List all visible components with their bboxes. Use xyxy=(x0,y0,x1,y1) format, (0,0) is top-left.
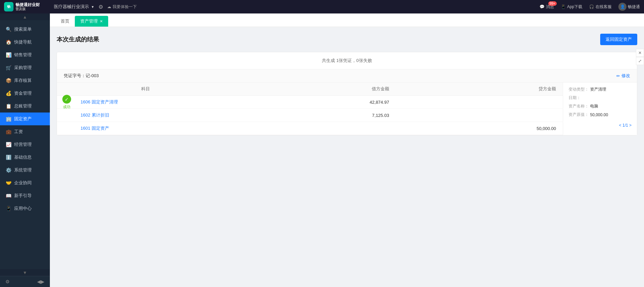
change-type-value: 资产清理 xyxy=(590,87,606,92)
settings-footer-icon[interactable]: ⚙ xyxy=(5,279,10,284)
operations-icon: 📈 xyxy=(5,142,11,147)
phone-icon: 📱 xyxy=(561,4,566,9)
expand-panel-button[interactable]: ⤢ xyxy=(636,57,644,65)
logo-sub-text: 普及版 xyxy=(16,7,40,11)
system-icon: ⚙️ xyxy=(5,167,11,173)
company-name: 医疗器械行业演示 xyxy=(54,4,89,10)
tab-close-icon[interactable]: ✕ xyxy=(100,19,103,24)
company-selector[interactable]: 医疗器械行业演示 ▼ xyxy=(54,4,94,10)
message-badge: 99+ xyxy=(548,1,557,6)
sidebar-item-guide[interactable]: 📖 新手引导 xyxy=(0,189,50,202)
table-row: 1602 累计折旧 7,125.03 xyxy=(57,109,563,122)
page-content: ✕ ⤢ 本次生成的结果 返回固定资产 共生成 1张凭证，0张失败 凭证字号：记-… xyxy=(50,27,644,287)
experience-label: 我要体验一下 xyxy=(113,4,137,10)
success-text: 成功 xyxy=(63,104,70,109)
table-header-row: 科目 借方金额 贷方金额 xyxy=(57,83,563,96)
asset-name-row: 资产名称： 电脑 xyxy=(569,103,632,109)
asset-name-value: 电脑 xyxy=(590,103,598,109)
result-section: 共生成 1张凭证，0张失败 凭证字号：记-003 ✏ 修改 xyxy=(57,52,637,135)
original-value-label: 资产原值： xyxy=(569,112,589,118)
voucher-table-wrap: 科目 借方金额 贷方金额 ✓ xyxy=(57,83,563,135)
sidebar-item-label: 应用中心 xyxy=(14,205,32,212)
tab-asset-management[interactable]: 资产管理 ✕ xyxy=(75,16,108,27)
sidebar-item-label: 固定资产 xyxy=(14,116,32,122)
subject-link-2[interactable]: 1602 累计折旧 xyxy=(81,113,109,118)
dropdown-icon: ▼ xyxy=(91,5,94,9)
guide-icon: 📖 xyxy=(5,193,11,198)
sidebar-item-inventory[interactable]: 📦 库存核算 xyxy=(0,74,50,87)
table-cell-subject-1: ✓ 成功 1606 固定资产清理 xyxy=(57,96,234,109)
sidebar-item-label: 工资 xyxy=(14,129,23,135)
pagination[interactable]: < 1/1 > xyxy=(569,120,632,130)
sidebar-item-search[interactable]: 🔍 搜索菜单 xyxy=(0,23,50,36)
table-cell-debit-1: 42,874.97 xyxy=(234,96,396,109)
ledger-icon: 📋 xyxy=(5,103,11,109)
table-row: 1601 固定资产 50,000.00 xyxy=(57,122,563,135)
sidebar-item-payroll[interactable]: 💼 工资 xyxy=(0,125,50,138)
close-panel-button[interactable]: ✕ xyxy=(636,49,644,57)
sidebar-scroll-up[interactable]: ▲ xyxy=(0,13,50,20)
sidebar-item-funds[interactable]: 💰 资金管理 xyxy=(0,87,50,100)
col-header-debit: 借方金额 xyxy=(234,83,396,96)
sidebar-item-purchase[interactable]: 🛒 采购管理 xyxy=(0,61,50,74)
summary-text: 共生成 1张凭证，0张失败 xyxy=(322,58,372,63)
subject-link-3[interactable]: 1601 固定资产 xyxy=(81,126,109,131)
sales-icon: 📊 xyxy=(5,52,11,58)
table-cell-subject-2: 1602 累计折旧 xyxy=(57,109,234,122)
sidebar-item-app-center[interactable]: 📱 应用中心 xyxy=(0,202,50,215)
settings-icon[interactable]: ⚙ xyxy=(98,4,103,10)
logo-icon: 畅 xyxy=(4,2,13,11)
online-service-button[interactable]: 🎧 在线客服 xyxy=(589,4,612,10)
voucher-table: 科目 借方金额 贷方金额 ✓ xyxy=(57,83,563,135)
original-value-row: 资产原值： 50,000.00 xyxy=(569,112,632,118)
app-download-button[interactable]: 📱 App下载 xyxy=(561,4,582,10)
side-info-panel: 变动类型： 资产清理 日期： 资产名称： 电脑 xyxy=(563,83,637,135)
sidebar-item-basic-info[interactable]: ℹ️ 基础信息 xyxy=(0,151,50,164)
col-header-subject: 科目 xyxy=(57,83,234,96)
sidebar-item-label: 搜索菜单 xyxy=(14,26,32,32)
app-center-icon: 📱 xyxy=(5,206,11,211)
user-profile[interactable]: 👤 畅捷通 xyxy=(618,3,640,11)
voucher-number: 凭证字号：记-003 xyxy=(64,73,99,79)
sidebar-item-operations[interactable]: 📈 经营管理 xyxy=(0,138,50,151)
top-bar-right: 💬 消息 99+ 📱 App下载 🎧 在线客服 👤 畅捷通 xyxy=(540,3,640,11)
sidebar-item-label: 企业协同 xyxy=(14,180,32,186)
user-avatar: 👤 xyxy=(618,3,626,11)
sidebar-item-quick-nav[interactable]: 🏠 快捷导航 xyxy=(0,36,50,49)
tab-home[interactable]: 首页 xyxy=(55,16,75,27)
logo-main-text: 畅捷通好业财 xyxy=(16,2,40,7)
service-icon: 🎧 xyxy=(589,4,594,9)
sidebar-item-label: 基础信息 xyxy=(14,154,32,160)
main-layout: ▲ 🔍 搜索菜单 🏠 快捷导航 📊 销售管理 🛒 采购管理 📦 库存核算 xyxy=(0,13,644,287)
sidebar-item-label: 总账管理 xyxy=(14,103,32,109)
sidebar-item-system[interactable]: ⚙️ 系统管理 xyxy=(0,164,50,177)
sidebar-item-sales[interactable]: 📊 销售管理 xyxy=(0,49,50,61)
home-icon: 🏠 xyxy=(5,39,11,45)
sidebar-item-ledger[interactable]: 📋 总账管理 xyxy=(0,100,50,113)
message-icon: 💬 xyxy=(540,4,545,9)
sidebar-item-fixed-assets[interactable]: 🏢 固定资产 xyxy=(0,113,50,125)
original-value-value: 50,000.00 xyxy=(590,113,608,117)
return-button[interactable]: 返回固定资产 xyxy=(600,34,637,45)
tab-home-label: 首页 xyxy=(61,18,69,24)
sidebar-item-label: 系统管理 xyxy=(14,167,32,173)
table-cell-credit-3: 50,000.00 xyxy=(396,122,563,135)
subject-link-1[interactable]: 1606 固定资产清理 xyxy=(81,99,118,104)
sidebar-item-enterprise[interactable]: 🤝 企业协同 xyxy=(0,177,50,189)
cloud-icon: ☁ xyxy=(107,4,111,9)
message-button[interactable]: 💬 消息 99+ xyxy=(540,4,554,10)
top-bar-center: 医疗器械行业演示 ▼ ⚙ ☁ 我要体验一下 xyxy=(54,4,540,10)
sidebar-item-label: 资金管理 xyxy=(14,90,32,96)
search-icon: 🔍 xyxy=(5,27,11,32)
top-bar: 畅 畅捷通好业财 普及版 医疗器械行业演示 ▼ ⚙ ☁ 我要体验一下 💬 消息 … xyxy=(0,0,644,13)
sidebar-scroll-down[interactable]: ▼ xyxy=(0,269,50,276)
sidebar-nav: 🔍 搜索菜单 🏠 快捷导航 📊 销售管理 🛒 采购管理 📦 库存核算 💰 xyxy=(0,20,50,269)
sidebar-item-label: 销售管理 xyxy=(14,52,32,58)
enterprise-icon: 🤝 xyxy=(5,180,11,186)
experience-button[interactable]: ☁ 我要体验一下 xyxy=(107,4,137,10)
content-area: 首页 资产管理 ✕ ✕ ⤢ 本次生成的结果 返回固定资产 xyxy=(50,13,644,287)
change-type-row: 变动类型： 资产清理 xyxy=(569,87,632,92)
table-cell-debit-2: 7,125.03 xyxy=(234,109,396,122)
collapse-sidebar-icon[interactable]: ◀▶ xyxy=(37,279,44,284)
edit-button[interactable]: ✏ 修改 xyxy=(616,73,630,79)
